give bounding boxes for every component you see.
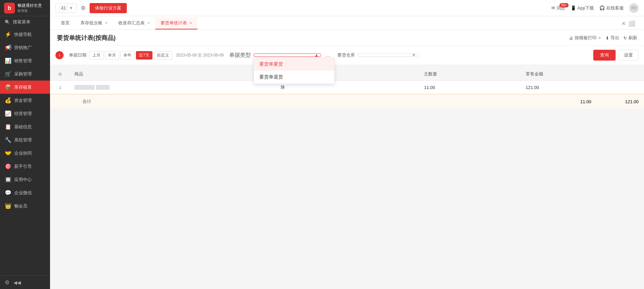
warehouse-select[interactable] <box>358 53 419 57</box>
tab-order-stat[interactable]: 要货单统计表 × <box>155 17 197 29</box>
tab-order-stat-close[interactable]: × <box>190 21 192 25</box>
system-icon: 🔧 <box>5 137 11 143</box>
filter-date-group: 单据日期 上月 本月 本年 近7天 自定义 2023-05-06 至 2023-… <box>69 51 224 60</box>
sidebar-item-label: 系统管理 <box>14 137 32 143</box>
query-button[interactable]: 查询 <box>593 50 616 61</box>
tab-maximize-area: ✕ ⬜ <box>618 18 639 29</box>
sidebar-item-guide[interactable]: 🎯 新手引导 <box>0 160 50 173</box>
export-label: 导出 <box>611 35 619 41</box>
dropdown-option-return[interactable]: 要货单退货 <box>254 71 334 84</box>
sidebar-item-basic-info[interactable]: 📋 基础信息 <box>0 120 50 133</box>
footer-amount: 121.00 <box>598 99 639 104</box>
table-footer: 合计 11.00 121.00 <box>50 94 644 109</box>
sidebar-item-marketing[interactable]: 📢 营销推广 <box>0 41 50 54</box>
cell-quantity: 11.00 <box>420 81 521 94</box>
date-btn-this-year[interactable]: 本年 <box>120 51 135 60</box>
membership-icon: 👑 <box>5 203 11 209</box>
refresh-icon: ↻ <box>623 36 627 41</box>
quick-nav-icon: ⚡ <box>5 31 11 38</box>
sidebar-item-membership[interactable]: 👑 畅会员 <box>0 199 50 213</box>
company-selector[interactable]: 41 ▼ <box>55 3 77 13</box>
tab-receivable[interactable]: 收发存汇总表 × <box>113 17 155 29</box>
topbar-gear-button[interactable]: ⚙ <box>79 3 87 13</box>
dropdown-option-requisition[interactable]: 要货单要货 <box>254 58 334 71</box>
date-btn-this-month[interactable]: 本月 <box>105 51 119 60</box>
sidebar-item-label: 应用中心 <box>14 177 32 183</box>
th-quantity: 主数量 <box>420 68 521 81</box>
tab-home[interactable]: 首页 <box>55 17 75 29</box>
sidebar-item-system[interactable]: 🔧 系统管理 <box>0 133 50 147</box>
sidebar-item-enterprise[interactable]: 🤝 企业协同 <box>0 147 50 160</box>
app-subtitle: 标准版 <box>18 8 42 13</box>
avatar[interactable]: Rit <box>629 3 639 13</box>
sidebar-item-label: 新手引导 <box>14 163 32 170</box>
sidebar-bottom: ⚙ ◀◀ <box>0 275 50 289</box>
print-btn[interactable]: 🖨 按模板打印 ▼ <box>569 35 601 41</box>
filter-expand-btn[interactable]: › <box>55 51 64 59</box>
sidebar-search[interactable]: 🔍 搜索菜单 <box>0 16 50 28</box>
tab-batch-account-close[interactable]: × <box>105 21 108 25</box>
industry-btn[interactable]: 体验行业方案 <box>90 3 127 13</box>
sidebar-item-wechat[interactable]: 💬 企业微信 <box>0 186 50 199</box>
page-actions: 🖨 按模板打印 ▼ ⬇ 导出 ↻ 刷新 <box>569 35 637 41</box>
date-btn-last-month[interactable]: 上月 <box>89 51 103 60</box>
close-all-icon[interactable]: ✕ <box>621 20 626 27</box>
sidebar: b 畅捷通好生意 标准版 🔍 搜索菜单 ⚡ 快捷导航 📢 营销推广 📊 销售管理… <box>0 0 50 289</box>
sidebar-item-label: 快捷导航 <box>14 31 32 38</box>
message-badge: 99+ <box>559 3 569 7</box>
type-select[interactable] <box>254 53 321 57</box>
warehouse-filter-label: 要货仓库 <box>337 52 355 58</box>
sidebar-item-operations[interactable]: 📈 经营管理 <box>0 107 50 120</box>
sidebar-item-inventory[interactable]: 📦 库存核算 <box>0 81 50 94</box>
sidebar-item-label: 基础信息 <box>14 124 32 130</box>
filter-action-btns: 查询 设置 <box>593 50 639 61</box>
guide-icon: 🎯 <box>5 163 11 170</box>
tab-batch-account-label: 库存批次账 <box>80 20 102 26</box>
refresh-btn[interactable]: ↻ 刷新 <box>623 35 637 41</box>
maximize-icon[interactable]: ⬜ <box>628 20 635 27</box>
sidebar-item-label: 资金管理 <box>14 97 32 104</box>
app-download-btn[interactable]: 📱 App下载 <box>571 5 594 11</box>
sidebar-logo: b 畅捷通好生意 标准版 <box>0 0 50 16</box>
refresh-label: 刷新 <box>628 35 637 41</box>
sidebar-item-quick-nav[interactable]: ⚡ 快捷导航 <box>0 28 50 41</box>
date-btn-7days[interactable]: 近7天 <box>136 51 152 60</box>
sidebar-settings-icon[interactable]: ⚙ <box>5 279 9 286</box>
tabs-bar: 首页 库存批次账 × 收发存汇总表 × 要货单统计表 × ✕ ⬜ <box>50 16 644 30</box>
sidebar-item-finance[interactable]: 💰 资金管理 <box>0 94 50 107</box>
tab-receivable-label: 收发存汇总表 <box>118 20 145 26</box>
settings-button[interactable]: 设置 <box>618 50 639 61</box>
enterprise-icon: 🤝 <box>5 150 11 156</box>
purchase-icon: 🛒 <box>5 71 11 77</box>
export-btn[interactable]: ⬇ 导出 <box>605 35 619 41</box>
sidebar-item-label: 畅会员 <box>14 203 27 209</box>
online-service-btn[interactable]: 🎧 在线客服 <box>599 5 624 11</box>
sidebar-item-sales[interactable]: 📊 销售管理 <box>0 54 50 67</box>
expand-icon: › <box>59 53 61 58</box>
print-label: 按模板打印 <box>575 35 597 41</box>
sidebar-item-purchase[interactable]: 🛒 采购管理 <box>0 67 50 81</box>
inventory-icon: 📦 <box>5 84 11 90</box>
online-service-label: 在线客服 <box>606 5 624 11</box>
date-btn-custom[interactable]: 自定义 <box>154 51 172 60</box>
sidebar-collapse-icon[interactable]: ◀◀ <box>14 280 21 285</box>
message-btn[interactable]: ✉ 消息 99+ <box>551 5 565 11</box>
table-settings-icon[interactable]: ⚙ <box>58 72 62 77</box>
th-product: 商品 <box>70 68 277 81</box>
table-header-row: ⚙ 商品 主计量单位 主数量 零售金额 <box>50 68 644 81</box>
data-table: ⚙ 商品 主计量单位 主数量 零售金额 1 <box>50 68 644 94</box>
cell-index: 1 <box>50 81 70 94</box>
finance-icon: 💰 <box>5 97 11 104</box>
sidebar-item-appstore[interactable]: 🔲 应用中心 <box>0 173 50 186</box>
tab-batch-account[interactable]: 库存批次账 × <box>75 17 113 29</box>
sidebar-item-label: 经营管理 <box>14 111 32 117</box>
th-amount: 零售金额 <box>522 68 644 81</box>
search-icon: 🔍 <box>5 20 10 25</box>
sidebar-item-label: 企业微信 <box>14 190 32 196</box>
company-num: 41 <box>59 5 68 11</box>
topbar-right: ✉ 消息 99+ 📱 App下载 🎧 在线客服 Rit <box>551 3 639 13</box>
date-filter-label: 单据日期 <box>69 52 87 58</box>
tab-receivable-close[interactable]: × <box>147 21 150 25</box>
topbar-left: 41 ▼ ⚙ 体验行业方案 <box>55 3 547 13</box>
cell-amount: 121.00 <box>522 81 644 94</box>
